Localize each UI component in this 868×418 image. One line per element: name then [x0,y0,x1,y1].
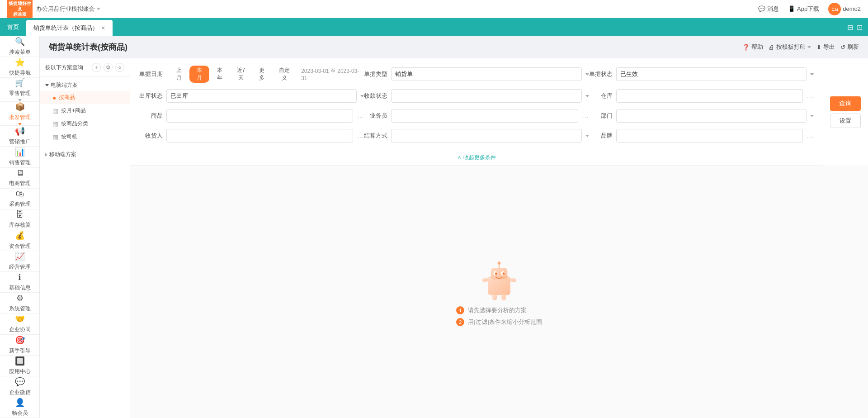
message-icon: 💬 [758,5,765,12]
scheme-group-desktop-title[interactable]: 电脑端方案 [40,80,130,91]
date-btn-this-year[interactable]: 本年 [211,66,229,83]
date-label: 单据日期 [139,70,166,78]
sidebar-item-appcenter[interactable]: 🔲 应用中心 [0,356,39,376]
date-btn-this-month[interactable]: 本月 [189,66,209,83]
brand-input[interactable] [616,129,803,142]
print-chevron-icon [807,46,811,48]
export-button[interactable]: ⬇ 导出 [816,43,835,51]
out-status-label: 出库状态 [139,92,166,100]
scheme-item-by-month-goods[interactable]: ▦ 按月+商品 [40,104,130,117]
scheme-item-by-category[interactable]: ▦ 按商品分类 [40,117,130,130]
page-content: 销货单统计表(按商品) ❓ 帮助 🖨 按模板打印 ⬇ 导出 ↺ 刷新 [40,36,868,418]
help-icon: ❓ [742,44,750,51]
doc-status-input[interactable] [616,67,807,81]
settle-input[interactable] [391,129,581,142]
pay-status-chevron-icon[interactable] [585,95,589,97]
avatar: Ea [828,3,841,15]
salesman-input[interactable] [391,109,578,123]
sidebar-item-quicknav[interactable]: ⭐ 快捷导航 [0,57,39,78]
search-icon: 🔍 [15,37,25,47]
salesman-dots-icon[interactable]: … [582,112,589,120]
sidebar-item-guide[interactable]: 🎯 新手引导 [0,335,39,356]
app-title: 办公用品行业模拟账套 [36,5,100,13]
doc-type-input[interactable] [391,67,581,81]
sidebar-item-purchase[interactable]: 🛍 采购管理 [0,189,39,209]
scheme-add-button[interactable]: + [92,63,101,72]
sidebar-item-member[interactable]: 👤 畅会员 [0,397,39,418]
scheme-group-desktop: 电脑端方案 ● 按商品 ▦ 按月+商品 ▦ 按商品分类 [40,77,130,146]
goods-dots-icon[interactable]: … [357,112,364,120]
warehouse-input[interactable] [616,89,803,103]
scheme-item-by-driver[interactable]: ▦ 按司机 [40,130,130,143]
settle-control [391,129,589,142]
refresh-button[interactable]: ↺ 刷新 [840,43,859,51]
date-btn-last-month[interactable]: 上月 [170,66,188,83]
settle-chevron-icon[interactable] [585,135,589,137]
scheme-group-mobile-title[interactable]: 移动端方案 [40,149,130,160]
out-status-input[interactable] [166,89,357,103]
print-icon: 🖨 [769,44,774,51]
sidebar-item-wholesale[interactable]: 📦 批发管理 [0,102,39,126]
tab-home[interactable]: 首页 [0,18,26,36]
app-title-chevron-icon[interactable] [97,8,100,10]
ecommerce-icon: 🖥 [16,168,24,178]
logo-subtext: 标准版 [13,12,27,17]
tab-expand-icon[interactable]: ⊡ [857,23,863,32]
logo-text: 畅捷通好生意 [7,1,33,12]
sidebar-item-sales[interactable]: 📊 销售管理 [0,147,39,167]
group-chevron-icon [45,84,49,86]
tab-minimize-icon[interactable]: ⊟ [847,23,853,32]
date-shortcuts: 上月 本月 本年 近7天 更多 自定义 [170,66,296,83]
brand-control: … [616,129,814,142]
sidebar-item-enterprise[interactable]: 🤝 企业协同 [0,314,39,334]
query-button[interactable]: 查询 [830,96,861,111]
tab-sales-stat[interactable]: 销货单统计表（按商品） ✕ [26,20,113,36]
sidebar-item-finance[interactable]: 💰 资金管理 [0,230,39,251]
sidebar-item-marketing[interactable]: 📢 营销推广 [0,126,39,147]
sidebar-item-search[interactable]: 🔍 搜索菜单 [0,36,39,57]
sidebar-item-inventory[interactable]: 🗄 库存核算 [0,209,39,230]
retail-chevron-icon [18,99,22,101]
date-btn-custom[interactable]: 自定义 [273,66,296,83]
doc-type-chevron-icon[interactable] [585,73,589,76]
pay-status-input[interactable] [391,89,581,103]
recipient-input[interactable] [166,129,353,142]
scheme-settings-button[interactable]: ⚙ [104,63,113,72]
dept-label: 部门 [589,112,616,120]
help-button[interactable]: ❓ 帮助 [742,43,763,51]
sidebar-item-retail[interactable]: 🛒 零售管理 [0,78,39,102]
tip-num-2: 2 [456,318,464,326]
dept-input[interactable] [616,109,807,123]
sidebar-item-system[interactable]: ⚙ 系统管理 [0,293,39,314]
scheme-collapse-button[interactable]: « [115,63,124,72]
brand-dots-icon[interactable]: … [807,132,814,140]
page-actions: ❓ 帮助 🖨 按模板打印 ⬇ 导出 ↺ 刷新 [742,43,859,51]
scheme-panel: 按以下方案查询 + ⚙ « 电脑端方案 ● 按商品 [40,58,130,418]
user-menu[interactable]: Ea demo2 [828,3,861,15]
sidebar-item-basic[interactable]: ℹ 基础信息 [0,272,39,293]
export-icon: ⬇ [816,44,821,51]
tab-close-icon[interactable]: ✕ [101,25,105,31]
scheme-item-by-goods[interactable]: ● 按商品 [40,91,130,104]
recipient-dots-icon[interactable]: … [357,132,364,140]
app-download-button[interactable]: 📱 App下载 [788,5,819,13]
empty-illustration [476,257,522,303]
date-btn-more[interactable]: 更多 [253,66,271,83]
svg-rect-10 [492,294,497,300]
settings-button[interactable]: 设置 [830,114,861,128]
doc-status-chevron-icon[interactable] [810,73,814,76]
sidebar-item-operations[interactable]: 📈 经营管理 [0,251,39,272]
dept-chevron-icon[interactable] [810,115,814,117]
message-button[interactable]: 💬 消息 [758,5,779,13]
sidebar-item-wechat[interactable]: 💬 企业微信 [0,376,39,397]
template-print-button[interactable]: 🖨 按模板打印 [769,43,811,51]
out-status-chevron-icon[interactable] [360,95,364,97]
goods-input[interactable] [166,109,353,123]
warehouse-dots-icon[interactable]: … [807,92,814,100]
sales-icon: 📊 [15,147,25,157]
collapse-bar[interactable]: ∧ 收起更多条件 [130,150,823,166]
date-btn-7days[interactable]: 近7天 [231,66,251,83]
wechat-icon: 💬 [15,377,25,387]
active-item-icon: ● [52,94,56,101]
sidebar-item-ecommerce[interactable]: 🖥 电商管理 [0,168,39,189]
